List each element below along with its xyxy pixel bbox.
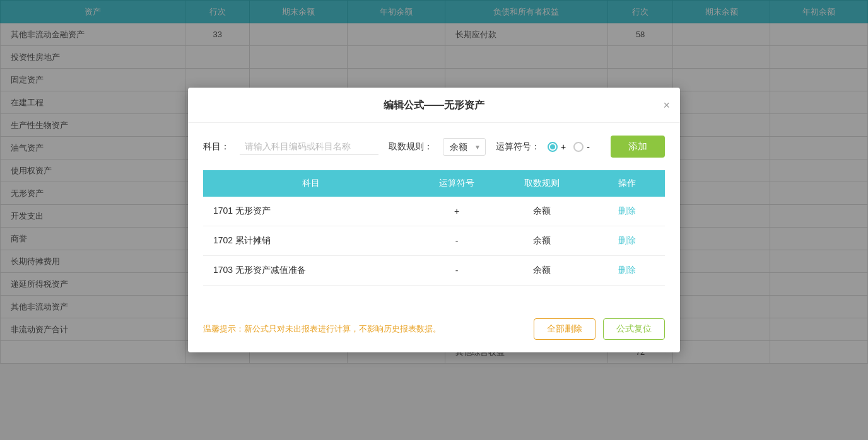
table-row: 1701 无形资产 + 余额 删除 xyxy=(203,197,665,226)
modal-title: 编辑公式——无形资产 xyxy=(384,100,484,110)
row-subject-1: 1701 无形资产 xyxy=(203,197,419,226)
row-operator-2: - xyxy=(419,226,495,256)
radio-plus[interactable]: + xyxy=(548,142,566,152)
delete-button-2[interactable]: 删除 xyxy=(618,235,636,245)
rule-select[interactable]: 余额 借方 贷方 xyxy=(443,138,486,156)
operator-label: 运算符号： xyxy=(496,141,540,153)
data-table: 科目 运算符号 取数规则 操作 1701 无形资产 + 余额 删除 xyxy=(203,170,665,286)
radio-plus-label: + xyxy=(561,142,566,152)
reset-button[interactable]: 公式复位 xyxy=(603,318,665,340)
warning-text: 温馨提示：新公式只对未出报表进行计算，不影响历史报表数据。 xyxy=(203,323,441,335)
modal-header: 编辑公式——无形资产 × xyxy=(188,88,680,123)
rule-label: 取数规则： xyxy=(389,141,433,153)
delete-button-3[interactable]: 删除 xyxy=(618,265,636,275)
row-action-2: 删除 xyxy=(589,226,665,256)
radio-plus-indicator xyxy=(548,142,558,152)
table-row: 1702 累计摊销 - 余额 删除 xyxy=(203,226,665,256)
modal-body: 科目： 取数规则： 余额 借方 贷方 运算符号： xyxy=(188,123,680,311)
radio-minus[interactable]: - xyxy=(573,142,590,152)
operator-section: 运算符号： + - xyxy=(496,141,601,153)
footer-buttons: 全部删除 公式复位 xyxy=(534,318,665,340)
row-rule-2: 余额 xyxy=(495,226,589,256)
radio-minus-label: - xyxy=(587,142,590,152)
subject-label: 科目： xyxy=(203,141,230,153)
table-row: 1703 无形资产减值准备 - 余额 删除 xyxy=(203,256,665,286)
subject-input[interactable] xyxy=(240,139,378,154)
modal-footer: 温馨提示：新公式只对未出报表进行计算，不影响历史报表数据。 全部删除 公式复位 xyxy=(188,311,680,352)
row-rule-1: 余额 xyxy=(495,197,589,226)
row-rule-3: 余额 xyxy=(495,256,589,286)
rule-select-wrap[interactable]: 余额 借方 贷方 xyxy=(443,138,486,156)
radio-group: + - xyxy=(548,142,590,152)
row-subject-2: 1702 累计摊销 xyxy=(203,226,419,256)
row-action-1: 删除 xyxy=(589,197,665,226)
row-operator-3: - xyxy=(419,256,495,286)
table-header-operator: 运算符号 xyxy=(419,170,495,197)
table-header-action: 操作 xyxy=(589,170,665,197)
radio-minus-indicator xyxy=(573,142,584,152)
delete-all-button[interactable]: 全部删除 xyxy=(534,318,595,340)
modal-overlay: 编辑公式——无形资产 × 科目： 取数规则： 余额 借方 贷方 运算符号： xyxy=(0,0,868,440)
modal-close-button[interactable]: × xyxy=(663,100,670,111)
row-subject-3: 1703 无形资产减值准备 xyxy=(203,256,419,286)
add-button[interactable]: 添加 xyxy=(611,136,665,158)
table-header-rule: 取数规则 xyxy=(495,170,589,197)
row-operator-1: + xyxy=(419,197,495,226)
table-header-subject: 科目 xyxy=(203,170,419,197)
row-action-3: 删除 xyxy=(589,256,665,286)
delete-button-1[interactable]: 删除 xyxy=(618,206,636,216)
modal-dialog: 编辑公式——无形资产 × 科目： 取数规则： 余额 借方 贷方 运算符号： xyxy=(188,88,680,352)
form-row: 科目： 取数规则： 余额 借方 贷方 运算符号： xyxy=(203,136,665,158)
